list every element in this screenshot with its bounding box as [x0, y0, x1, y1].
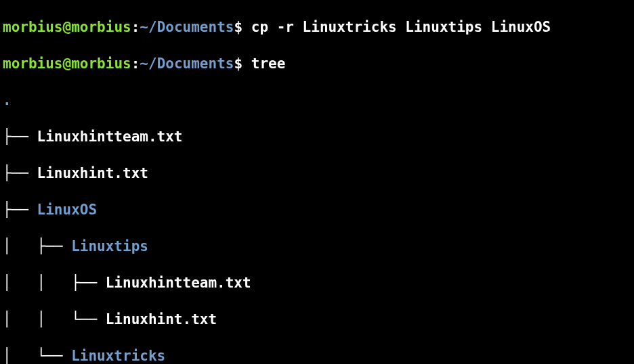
tree-dir: LinuxOS — [37, 202, 98, 218]
prompt-colon: : — [131, 55, 140, 72]
tree-branch: │ │ ├── — [3, 275, 106, 291]
tree-row: ├── Linuxhint.txt — [3, 164, 631, 183]
prompt-colon: : — [131, 19, 140, 35]
prompt-path: ~/Documents — [140, 55, 234, 72]
command-text: cp -r Linuxtricks Linuxtips LinuxOS — [251, 19, 551, 35]
tree-row: ├── LinuxOS — [3, 201, 631, 219]
prompt-dollar: $ — [234, 19, 242, 35]
tree-row: │ ├── Linuxtips — [3, 237, 631, 256]
prompt-path: ~/Documents — [140, 19, 234, 35]
tree-branch: │ │ └── — [3, 311, 106, 327]
prompt-line-1[interactable]: morbius@morbius:~/Documents$ cp -r Linux… — [3, 18, 631, 37]
tree-file: Linuxhint.txt — [106, 311, 217, 327]
tree-row: │ │ ├── Linuxhintteam.txt — [3, 274, 631, 292]
command-text: tree — [251, 55, 286, 72]
prompt-line-2[interactable]: morbius@morbius:~/Documents$ tree — [3, 55, 631, 73]
tree-branch: ├── — [3, 202, 37, 218]
prompt-user: morbius — [3, 55, 63, 72]
tree-branch: ├── — [3, 129, 37, 145]
terminal-output: morbius@morbius:~/Documents$ cp -r Linux… — [0, 0, 634, 364]
tree-root-dot: . — [3, 92, 12, 108]
prompt-host: morbius — [71, 19, 131, 35]
tree-branch: │ ├── — [3, 238, 71, 254]
tree-file: Linuxhintteam.txt — [37, 129, 183, 145]
tree-row: ├── Linuxhintteam.txt — [3, 128, 631, 146]
tree-row: │ │ └── Linuxhint.txt — [3, 311, 631, 329]
prompt-at: @ — [63, 19, 72, 35]
prompt-host: morbius — [71, 55, 131, 72]
tree-dir: Linuxtips — [71, 238, 148, 254]
tree-branch: │ └── — [3, 348, 71, 364]
prompt-at: @ — [63, 55, 72, 72]
tree-file: Linuxhintteam.txt — [106, 275, 251, 291]
tree-branch: ├── — [3, 165, 37, 181]
tree-root: . — [3, 91, 631, 110]
prompt-dollar: $ — [234, 55, 242, 72]
prompt-user: morbius — [3, 19, 63, 35]
tree-dir: Linuxtricks — [71, 348, 165, 364]
tree-file: Linuxhint.txt — [37, 165, 148, 181]
tree-row: │ └── Linuxtricks — [3, 347, 631, 364]
